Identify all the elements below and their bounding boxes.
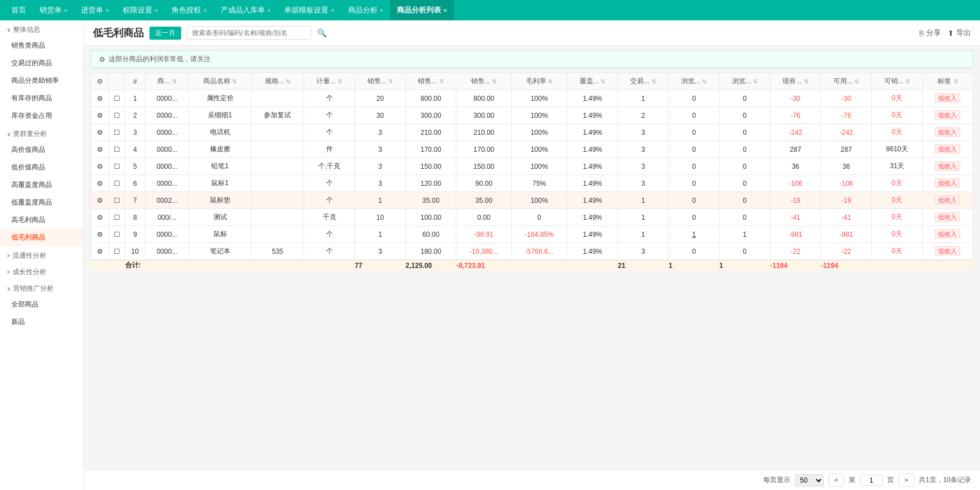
group-label: 营销推广分析 — [13, 284, 54, 293]
row-checkbox[interactable]: ☐ — [109, 107, 125, 124]
share-button[interactable]: ⎘ 分享 — [919, 28, 941, 38]
tag-label: 低收入 — [922, 192, 973, 209]
col-header-sales_amount[interactable]: 销售... ⇅ — [456, 73, 511, 90]
table-row: ⚙☐20000...吴细细1参加复试个30300.00300.00100%1.4… — [91, 107, 973, 124]
settings-icon[interactable]: ⚙ — [91, 192, 109, 209]
nav-item-角色授权[interactable]: 角色授权× — [165, 0, 213, 20]
product-unit: 千克 — [304, 209, 355, 226]
product-spec: 535 — [251, 243, 304, 261]
col-header-name[interactable]: 商品名称 ⇅ — [189, 73, 251, 90]
settings-icon[interactable]: ⚙ — [91, 243, 109, 261]
close-tab-icon[interactable]: × — [331, 7, 334, 14]
close-tab-icon[interactable]: × — [105, 7, 109, 14]
product-spec — [251, 226, 304, 243]
col-header-spec[interactable]: 规格... ⇅ — [251, 73, 304, 90]
nav-item-进货单[interactable]: 进货单× — [74, 0, 115, 20]
prev-page-button[interactable]: ＜ — [828, 474, 844, 487]
row-checkbox[interactable]: ☐ — [109, 226, 125, 243]
close-tab-icon[interactable]: × — [267, 7, 271, 14]
sidebar-item-低毛利商品[interactable]: 低毛利商品 — [0, 229, 83, 246]
settings-icon[interactable]: ⚙ — [91, 158, 109, 175]
nav-item-单据模板设置[interactable]: 单据模板设置× — [277, 0, 341, 20]
nav-item-产成品入库单[interactable]: 产成品入库单× — [214, 0, 277, 20]
close-tab-icon[interactable]: × — [155, 7, 158, 14]
col-header-code[interactable]: 商... ⇅ — [145, 73, 189, 90]
col-header-view2[interactable]: 浏览... ⇅ — [720, 73, 771, 90]
sidebar-item-高毛利商品[interactable]: 高毛利商品 — [0, 211, 83, 229]
settings-icon[interactable]: ⚙ — [91, 124, 109, 141]
sidebar-group-营销推广分析[interactable]: ∨营销推广分析 — [0, 279, 83, 296]
close-tab-icon[interactable]: × — [64, 7, 67, 14]
settings-icon[interactable]: ⚙ — [91, 175, 109, 192]
col-header-gross_margin[interactable]: 毛利率 ⇅ — [511, 73, 567, 90]
col-header-current_stock[interactable]: 现有... ⇅ — [770, 73, 821, 90]
col-header-sales_qty[interactable]: 销售... ⇅ — [355, 73, 406, 90]
col-header-sellable[interactable]: 可销... ⇅ — [872, 73, 923, 90]
col-header-available[interactable]: 可用... ⇅ — [821, 73, 872, 90]
row-checkbox[interactable]: ☐ — [109, 158, 125, 175]
view1[interactable]: 1 — [669, 226, 720, 243]
sidebar-group-成长性分析[interactable]: >成长性分析 — [0, 263, 83, 279]
row-checkbox[interactable]: ☐ — [109, 90, 125, 107]
close-tab-icon[interactable]: × — [203, 7, 207, 14]
nav-item-首页[interactable]: 首页 — [5, 0, 33, 20]
data-table: ⚙#商... ⇅商品名称 ⇅规格... ⇅计量... ⇅销售... ⇅销售...… — [91, 73, 973, 270]
sidebar-group-类群童分析[interactable]: ∨类群童分析 — [0, 125, 83, 141]
col-header-sales_price[interactable]: 销售... ⇅ — [405, 73, 456, 90]
sidebar-item-销售类商品[interactable]: 销售类商品 — [0, 37, 83, 54]
col-header-unit[interactable]: 计量... ⇅ — [304, 73, 355, 90]
product-unit: 个 — [304, 124, 355, 141]
nav-item-销货单[interactable]: 销货单× — [33, 0, 74, 20]
nav-item-商品分析列表[interactable]: 商品分析列表× — [390, 0, 453, 20]
col-header-tag[interactable]: 标签 ⇅ — [922, 73, 973, 90]
settings-icon[interactable]: ⚙ — [91, 107, 109, 124]
row-checkbox[interactable]: ☐ — [109, 175, 125, 192]
search-input[interactable] — [187, 26, 311, 40]
settings-icon[interactable]: ⚙ — [91, 141, 109, 158]
available: -19 — [821, 192, 872, 209]
notice-bar: ⚙ 这部分商品的利润非常低，请关注 — [91, 50, 973, 68]
settings-icon[interactable]: ⚙ — [91, 209, 109, 226]
sidebar-item-低价值商品[interactable]: 低价值商品 — [0, 159, 83, 176]
row-checkbox[interactable]: ☐ — [109, 209, 125, 226]
col-header-checkbox — [109, 73, 125, 90]
sidebar-item-有库存的商品[interactable]: 有库存的商品 — [0, 90, 83, 107]
sidebar-group-整体信息[interactable]: ∨整体信息 — [0, 20, 83, 37]
view-link[interactable]: 1 — [692, 231, 696, 238]
close-tab-icon[interactable]: × — [380, 7, 383, 14]
row-checkbox[interactable]: ☐ — [109, 243, 125, 261]
nav-item-商品分析[interactable]: 商品分析× — [341, 0, 390, 20]
sidebar-group-流通性分析[interactable]: >流通性分析 — [0, 246, 83, 263]
total-empty-17 — [872, 260, 923, 270]
group-arrow-icon: ∨ — [7, 131, 11, 137]
export-button[interactable]: ⬆ 导出 — [948, 28, 971, 38]
sidebar-item-高价值商品[interactable]: 高价值商品 — [0, 141, 83, 159]
sellable: 0天 — [872, 226, 923, 243]
row-checkbox[interactable]: ☐ — [109, 192, 125, 209]
col-header-view1[interactable]: 浏览... ⇅ — [669, 73, 720, 90]
settings-icon[interactable]: ⚙ — [91, 226, 109, 243]
sidebar-item-库存资金占用[interactable]: 库存资金占用 — [0, 107, 83, 125]
col-header-coverage[interactable]: 覆盖... ⇅ — [567, 73, 618, 90]
group-arrow-icon: ∨ — [7, 286, 11, 292]
row-checkbox[interactable]: ☐ — [109, 141, 125, 158]
row-checkbox[interactable]: ☐ — [109, 124, 125, 141]
coverage: 1.49% — [567, 175, 618, 192]
sidebar-item-交易过的商品[interactable]: 交易过的商品 — [0, 54, 83, 72]
available: -242 — [821, 124, 872, 141]
sidebar-item-低覆盖度商品[interactable]: 低覆盖度商品 — [0, 194, 83, 211]
next-page-button[interactable]: ＞ — [898, 474, 914, 487]
page-number-input[interactable] — [860, 475, 883, 486]
sidebar-item-全部商品[interactable]: 全部商品 — [0, 296, 83, 313]
sidebar-item-新品[interactable]: 新品 — [0, 313, 83, 331]
time-filter-button[interactable]: 近一月 — [149, 27, 181, 40]
gross-margin: 100% — [511, 141, 567, 158]
nav-item-权限设置[interactable]: 权限设置× — [116, 0, 165, 20]
sidebar-item-高覆盖度商品[interactable]: 高覆盖度商品 — [0, 176, 83, 194]
close-tab-icon[interactable]: × — [443, 7, 447, 14]
search-icon-button[interactable]: 🔍 — [317, 28, 327, 37]
page-size-select[interactable]: 102050100 — [795, 474, 824, 487]
settings-icon[interactable]: ⚙ — [91, 90, 109, 107]
sidebar-item-商品分类助销率[interactable]: 商品分类助销率 — [0, 72, 83, 90]
col-header-trade_count[interactable]: 交易... ⇅ — [618, 73, 669, 90]
